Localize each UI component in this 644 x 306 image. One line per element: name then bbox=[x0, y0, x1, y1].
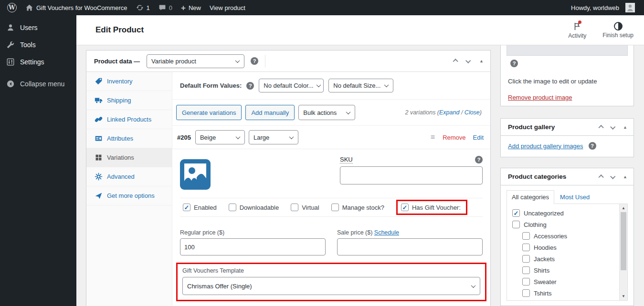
product-image-thumbnail[interactable] bbox=[507, 45, 628, 56]
edit-variation-link[interactable]: Edit bbox=[473, 134, 484, 141]
tab-variations[interactable]: Variations bbox=[86, 148, 172, 167]
checkbox-box[interactable] bbox=[522, 244, 530, 251]
remove-variation-link[interactable]: Remove bbox=[443, 134, 465, 141]
category-item-tshirts[interactable]: Tshirts bbox=[512, 287, 615, 299]
bulk-actions-select[interactable]: Bulk actions bbox=[298, 105, 355, 120]
checkbox-downloadable[interactable]: Downloadable bbox=[229, 204, 279, 211]
tab-inventory[interactable]: Inventory bbox=[86, 72, 172, 91]
sale-price-field-group: Sale price ($) Schedule bbox=[337, 229, 483, 255]
default-form-values-help-icon[interactable] bbox=[246, 82, 254, 90]
avatar bbox=[625, 3, 635, 12]
checkbox-box[interactable] bbox=[512, 209, 520, 217]
tab-linked-products[interactable]: Linked Products bbox=[86, 110, 172, 129]
scroll-up-icon[interactable]: ▲ bbox=[620, 206, 627, 210]
checkbox-box[interactable] bbox=[522, 266, 530, 274]
category-item-accessories[interactable]: Accessories bbox=[512, 230, 615, 242]
updates-button[interactable]: 1 bbox=[132, 0, 154, 15]
tab-shipping[interactable]: Shipping bbox=[86, 91, 172, 110]
checkbox-box[interactable] bbox=[331, 204, 339, 211]
new-content-button[interactable]: + New bbox=[177, 0, 205, 15]
category-item-clothing[interactable]: Clothing bbox=[512, 219, 615, 230]
move-down-icon[interactable] bbox=[610, 124, 615, 129]
move-up-icon[interactable] bbox=[599, 174, 604, 180]
move-up-icon[interactable] bbox=[453, 59, 458, 64]
category-item-shirts[interactable]: Shirts bbox=[512, 265, 615, 276]
tab-advanced[interactable]: Advanced bbox=[86, 167, 172, 186]
toggle-panel-icon[interactable]: ▲ bbox=[623, 174, 627, 179]
account-menu[interactable]: Howdy, worldweb bbox=[567, 0, 639, 15]
checkbox-box[interactable] bbox=[183, 204, 190, 211]
tab-most-used[interactable]: Most Used bbox=[554, 191, 595, 204]
category-label: Clothing bbox=[524, 221, 547, 228]
category-item-sweater[interactable]: Sweater bbox=[512, 276, 615, 287]
toggle-panel-icon[interactable]: ▲ bbox=[479, 59, 484, 63]
site-link[interactable]: Gift Vouchers for WooCommerce bbox=[21, 0, 132, 15]
sku-help-icon[interactable] bbox=[475, 156, 483, 163]
wordpress-menu[interactable]: W bbox=[3, 0, 21, 15]
scroll-down-icon[interactable]: ▼ bbox=[620, 294, 627, 298]
tab-get-more-options[interactable]: Get more options bbox=[86, 186, 172, 205]
tools-icon bbox=[6, 41, 15, 49]
variation-size-select[interactable]: Large bbox=[249, 130, 298, 144]
default-size-value: No default Size... bbox=[333, 82, 380, 89]
checkbox-box[interactable] bbox=[522, 232, 530, 240]
tab-all-categories[interactable]: All categories bbox=[507, 190, 554, 204]
product-type-help-icon[interactable] bbox=[251, 57, 258, 65]
move-up-icon[interactable] bbox=[599, 125, 604, 130]
category-item-uncategorized[interactable]: Uncategorized bbox=[512, 207, 615, 219]
remove-product-image-link[interactable]: Remove product image bbox=[508, 94, 572, 101]
add-gallery-images-link[interactable]: Add product gallery images bbox=[508, 143, 583, 150]
checkbox-manage-stock[interactable]: Manage stock? bbox=[331, 204, 384, 211]
close-link[interactable]: Close bbox=[465, 109, 480, 116]
sidebar-item-users[interactable]: Users bbox=[0, 19, 76, 36]
product-type-select[interactable]: Variable product bbox=[147, 54, 244, 68]
summary-separator: / bbox=[459, 109, 464, 116]
finish-setup-button[interactable]: Finish setup bbox=[602, 22, 633, 39]
category-scrollbar[interactable]: ▲ ▼ bbox=[619, 204, 627, 300]
sidebar-item-settings[interactable]: Settings bbox=[0, 53, 76, 71]
checkbox-box[interactable] bbox=[401, 204, 409, 211]
expand-link[interactable]: Expand bbox=[439, 109, 459, 116]
sidebar-item-tools[interactable]: Tools bbox=[0, 36, 76, 53]
sku-input[interactable] bbox=[340, 166, 483, 184]
schedule-link[interactable]: Schedule bbox=[374, 229, 399, 236]
checkbox-enabled[interactable]: Enabled bbox=[183, 204, 217, 211]
checkbox-box[interactable] bbox=[522, 278, 530, 286]
sidebar-item-collapse-menu[interactable]: Collapse menu bbox=[0, 75, 76, 92]
tab-attributes[interactable]: Attributes bbox=[86, 129, 172, 148]
category-item-hoodies[interactable]: Hoodies bbox=[512, 242, 615, 253]
comments-button[interactable]: 0 bbox=[154, 0, 177, 15]
default-size-select[interactable]: No default Size... bbox=[328, 79, 393, 92]
generate-variations-button[interactable]: Generate variations bbox=[176, 105, 242, 120]
sale-price-input[interactable] bbox=[337, 238, 483, 255]
gallery-help-icon[interactable] bbox=[589, 142, 596, 150]
variation-image-placeholder-icon[interactable] bbox=[180, 159, 211, 190]
move-down-icon[interactable] bbox=[465, 58, 471, 63]
product-gallery-title: Product gallery bbox=[508, 123, 555, 131]
scrollbar-thumb[interactable] bbox=[621, 212, 626, 270]
gift-template-select[interactable]: Chrismas Offer (Single) bbox=[182, 277, 480, 295]
checkbox-box[interactable] bbox=[512, 221, 520, 228]
checkbox-box[interactable] bbox=[522, 289, 530, 297]
variation-color-select[interactable]: Beige bbox=[195, 130, 245, 144]
checkbox-virtual[interactable]: Virtual bbox=[291, 204, 319, 211]
tab-label: Shipping bbox=[107, 97, 131, 104]
regular-price-input[interactable] bbox=[180, 238, 326, 255]
toggle-panel-icon[interactable]: ▲ bbox=[623, 125, 627, 130]
drag-handle-icon[interactable]: ≡ bbox=[431, 133, 435, 142]
tab-label: Advanced bbox=[107, 173, 135, 180]
add-manually-button[interactable]: Add manually bbox=[245, 105, 295, 120]
checkbox-label: Downloadable bbox=[240, 204, 279, 211]
category-item-jackets[interactable]: Jackets bbox=[512, 253, 615, 265]
view-product-link[interactable]: View product bbox=[205, 0, 250, 15]
checkbox-box[interactable] bbox=[229, 204, 236, 211]
activity-label: Activity bbox=[568, 32, 586, 39]
checkbox-box[interactable] bbox=[522, 255, 530, 263]
default-color-select[interactable]: No default Color... bbox=[259, 79, 324, 92]
featured-image-help-icon[interactable] bbox=[510, 60, 518, 67]
checkbox-has-gift-voucher[interactable]: Has Gift Voucher: bbox=[401, 204, 461, 211]
checkbox-box[interactable] bbox=[291, 204, 298, 211]
move-down-icon[interactable] bbox=[610, 173, 615, 179]
chevron-down-icon bbox=[384, 82, 389, 87]
activity-button[interactable]: Activity bbox=[568, 21, 586, 39]
